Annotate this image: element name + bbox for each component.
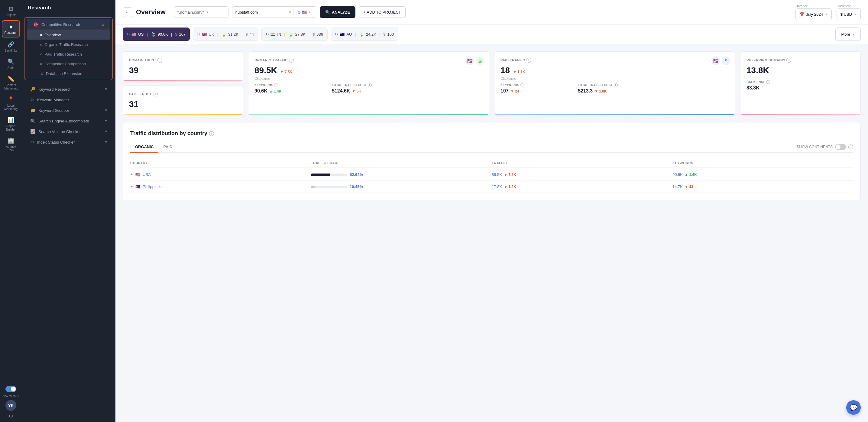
us-flag: 🇺🇸 [131, 32, 136, 37]
chat-bubble[interactable]: 💬 [846, 400, 861, 415]
nav-item-audit-label: Audit [7, 66, 14, 69]
organic-cost-info[interactable]: i [368, 83, 372, 87]
chat-icon: 💬 [850, 404, 858, 411]
nav-item-agency[interactable]: 🏢 Agency Pack [2, 135, 20, 154]
domain-trust-info[interactable]: i [157, 58, 162, 63]
active-dot [40, 34, 42, 36]
sidebar-sub-item-paid-traffic[interactable]: Paid Traffic Research [27, 50, 110, 59]
sidebar-sub-item-competitor-comparison[interactable]: Competitor Comparison [27, 59, 110, 69]
traffic-value-usa: 89.5K [492, 172, 502, 177]
settings-icon[interactable]: ⚙ [9, 413, 13, 419]
tab-organic[interactable]: ORGANIC [130, 142, 158, 153]
keywords-value-usa: 90.6K [673, 172, 683, 177]
domain-trust-card: DOMAIN TRUST i 39 [123, 51, 243, 82]
avatar[interactable]: YK [5, 400, 16, 411]
organic-info[interactable]: i [289, 58, 294, 63]
more-button[interactable]: More ▼ [835, 28, 861, 41]
referring-domains-info[interactable]: i [786, 58, 791, 63]
paid-keywords-metric: KEYWORDS i 107 ▼ 24 [500, 83, 574, 94]
traffic-pct-usa: 52.64% [350, 172, 363, 177]
organic-keywords-change: ▲ 1.4K [269, 89, 282, 93]
back-button[interactable]: ← [123, 7, 132, 17]
sidebar-sub-item-organic-traffic[interactable]: Organic Traffic Research [27, 40, 110, 49]
continents-toggle-switch[interactable] [835, 144, 846, 150]
organic-traffic-card: 🇺🇸 🍃 ORGANIC TRAFFIC i 89.5K ▼ 7.5K Clic… [248, 51, 489, 116]
organic-keywords-info[interactable]: i [274, 83, 278, 87]
clear-domain-button[interactable]: ✕ [288, 10, 292, 14]
sidebar-item-keyword-manager[interactable]: ⚙ Keyword Manager [24, 95, 113, 105]
country-link-usa[interactable]: USA [143, 172, 151, 177]
flag-chip-au[interactable]: G 🇦🇺 AU | 🍃 24.2K | $ 100 [331, 28, 398, 41]
backlinks-icon: 🔗 [7, 41, 14, 48]
add-to-project-button[interactable]: + ADD TO PROJECT [359, 6, 405, 18]
sidebar-item-index-status-label: Index Status Checker [37, 140, 101, 145]
google-g-au: G [335, 32, 338, 36]
currency-picker[interactable]: $ USD ▼ [837, 8, 861, 20]
nav-item-local[interactable]: 📍 Local Marketing [2, 94, 20, 113]
traffic-bar-bg-usa [311, 174, 347, 176]
rank-icon-ph: ★ [130, 185, 133, 188]
sidebar-item-competitive-research[interactable]: 🎯 Competitive Research ▲ [27, 19, 110, 30]
organic-keywords-value-row: 90.6K ▲ 1.4K [254, 88, 328, 94]
page-trust-info[interactable]: i [153, 92, 158, 96]
nav-item-backlinks[interactable]: 🔗 Backlinks [2, 39, 20, 55]
sidebar-sub-item-comparison-label: Competitor Comparison [44, 62, 86, 66]
paid-value: 18 [500, 66, 510, 75]
referring-domains-card: REFERRING DOMAINS i 13.8K BACKLINKS i 83… [740, 51, 861, 116]
table-row-usa: ★ 🇺🇸 USA 52.64% 89.5K ▼ 7.5K 90.6K ▲ 1. [130, 169, 853, 181]
country-link-philippines[interactable]: Philippines [143, 184, 162, 189]
sidebar-sub-item-overview-label: Overview [44, 33, 61, 37]
backlinks-value: 83.8K [746, 85, 855, 91]
tab-paid[interactable]: PAID [158, 142, 177, 153]
search-engine-flag[interactable]: G 🇺🇸 ▼ [296, 10, 313, 14]
domain-input[interactable] [236, 10, 286, 14]
sidebar-sub-item-overview[interactable]: Overview [27, 30, 110, 39]
flag-chip-uk[interactable]: G 🇬🇧 UK | 🍃 31.2K | $ 44 [193, 28, 258, 41]
organic-cost-label: TOTAL TRAFFIC COST i [332, 83, 406, 87]
competitive-research-collapse[interactable]: ▲ [101, 22, 105, 27]
paid-value-row: 18 ▼ 1.1K [500, 66, 729, 75]
audit-icon: 🔍 [7, 58, 14, 65]
dollar-icon-us: $ [175, 32, 177, 37]
sidebar-item-keyword-research[interactable]: 🔑 Keyword Research ▼ [24, 84, 113, 94]
paid-keywords-info[interactable]: i [520, 83, 524, 87]
nav-item-research-label: Research [4, 31, 18, 34]
traffic-distribution-title: Traffic distribution by country i [130, 130, 853, 137]
organic-cost-metric: TOTAL TRAFFIC COST i $124.6K ▼ 5K [332, 83, 406, 94]
in-flag: 🇮🇳 [271, 32, 275, 37]
new-menu-toggle[interactable] [5, 386, 16, 392]
traffic-dist-info[interactable]: i [209, 131, 214, 136]
uk-keywords: 44 [250, 32, 254, 37]
traffic-change-usa: ▼ 7.5K [504, 173, 516, 177]
in-traffic: 27.8K [295, 32, 306, 37]
search-volume-arrow: ▼ [104, 129, 108, 133]
flag-chip-us[interactable]: G 🇺🇸 US | 🍃 90.6K | $ 107 [123, 28, 190, 41]
nav-item-projects[interactable]: ⊞ Projects [2, 3, 20, 19]
sidebar-item-index-status-checker[interactable]: ⚙ Index Status Checker ▼ [24, 137, 113, 147]
nav-item-research[interactable]: ▣ Research [2, 20, 20, 37]
uk-country: UK [209, 32, 214, 37]
flag-chip-in[interactable]: G 🇮🇳 IN | 🍃 27.8K | $ 636 [261, 28, 328, 41]
nav-item-content[interactable]: ✏️ Content Marketing [2, 73, 20, 92]
paid-cost-info[interactable]: i [614, 83, 618, 87]
nav-item-audit[interactable]: 🔍 Audit [2, 56, 20, 72]
au-traffic: 24.2K [366, 32, 376, 37]
sidebar-sub-item-database-expansion[interactable]: ⚙ Database Expansion [27, 69, 110, 78]
keyword-grouper-arrow: ▼ [104, 108, 108, 113]
organic-cost-change: ▼ 5K [352, 89, 362, 93]
nav-item-report[interactable]: 📊 Report Builder [2, 114, 20, 133]
backlinks-info[interactable]: i [767, 80, 770, 84]
url-filter-dropdown[interactable]: *.domain.com/* ▼ [174, 6, 228, 18]
sidebar-item-search-volume-checker[interactable]: 📈 Search Volume Checker ▼ [24, 126, 113, 137]
continents-info[interactable]: i [848, 145, 853, 149]
ph-flag: 🇵🇭 [135, 184, 140, 189]
date-picker[interactable]: 📅 July 2024 ▼ [796, 8, 832, 20]
analyze-button[interactable]: 🔍 ANALYZE [320, 6, 355, 18]
sidebar-item-search-engine-autocomplete[interactable]: 🔍 Search Engine Autocomplete ▼ [24, 116, 113, 126]
home-icon: ⊞ [9, 5, 13, 12]
sidebar-item-keyword-grouper[interactable]: 📁 Keyword Grouper ▼ [24, 105, 113, 116]
paid-info[interactable]: i [526, 58, 531, 63]
research-icon: ▣ [8, 23, 13, 30]
sidebar-other-sections: 🔑 Keyword Research ▼ ⚙ Keyword Manager 📁… [22, 81, 115, 150]
competitive-research-icon: 🎯 [33, 22, 38, 27]
